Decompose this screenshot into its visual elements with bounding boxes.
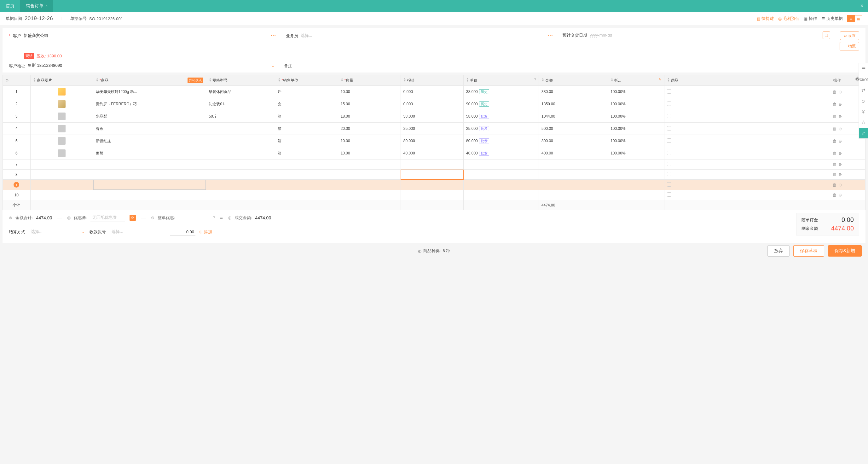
cell-gift[interactable] [664, 147, 809, 159]
eta-input[interactable]: yyyy-mm-dd [590, 33, 612, 37]
edit-icon[interactable]: ✎ [659, 78, 661, 82]
col-product[interactable]: ▲▼*商品扫码录入 [93, 75, 206, 86]
pay-account-select[interactable]: 选择...⋯ [110, 227, 166, 236]
rail-user-icon[interactable]: ☺ [859, 95, 868, 106]
tab-home[interactable]: 首页 [0, 0, 20, 12]
rail-exchange-icon[interactable]: ⇄ [859, 85, 868, 95]
save-draft-button[interactable]: 保存草稿 [793, 245, 824, 256]
doc-date[interactable]: 2019-12-26 [25, 16, 53, 22]
delete-icon[interactable]: 🗑 [832, 126, 836, 131]
cell-discount[interactable]: 100.00% [608, 123, 664, 135]
cell-product[interactable]: 新疆红提 [93, 135, 206, 147]
copy-icon[interactable]: ⊕ [838, 102, 842, 106]
cell-spec[interactable] [206, 147, 275, 159]
more-icon[interactable]: ••• [548, 34, 554, 37]
cell-spec[interactable] [206, 135, 275, 147]
cell-quote[interactable]: 0.000 [401, 86, 463, 98]
cell-qty[interactable]: 20.00 [338, 123, 401, 135]
cell-price[interactable]: 38.000历史 [464, 86, 539, 98]
ops-link[interactable]: ▦操作 [804, 16, 817, 22]
checkbox[interactable] [667, 192, 671, 197]
copy-icon[interactable]: ⊕ [838, 183, 842, 187]
cell-unit[interactable]: 箱 [275, 110, 338, 123]
rail-star-icon[interactable]: ☆ [859, 117, 868, 128]
pay-amount-input[interactable]: 0.00 [170, 228, 195, 236]
cell-gift[interactable] [664, 86, 809, 98]
rail-expand-icon[interactable]: ⤢ [859, 128, 868, 138]
tabbar-close-icon[interactable]: × [860, 2, 864, 9]
copy-icon[interactable]: ⊕ [838, 162, 842, 167]
cell-unit[interactable]: 箱 [275, 123, 338, 135]
cell-quote[interactable]: 80.000 [401, 135, 463, 147]
cell-discount[interactable]: 100.00% [608, 86, 664, 98]
gross-profit-link[interactable]: ◎毛利预估 [778, 16, 799, 22]
coupon-input[interactable]: 无匹配优惠券 [90, 213, 125, 222]
col-qty[interactable]: ▲▼*数量 [338, 75, 401, 86]
help-icon[interactable]: ? [534, 78, 536, 82]
checkbox[interactable] [667, 162, 671, 166]
salesperson-select[interactable]: 选择... [301, 33, 312, 38]
cell-qty[interactable]: 10.00 [338, 86, 401, 98]
cell-amount[interactable]: 500.00 [539, 123, 608, 135]
copy-icon[interactable]: ⊕ [838, 126, 842, 131]
cell-quote[interactable]: 25.000 [401, 123, 463, 135]
col-img[interactable]: ▲▼商品图片 [30, 75, 93, 86]
scan-button[interactable]: 扫码录入 [188, 78, 203, 83]
cell-img[interactable] [30, 123, 93, 135]
cell-price[interactable]: 40.000批发 [464, 147, 539, 159]
copy-icon[interactable]: ⊕ [838, 172, 842, 177]
delete-icon[interactable]: 🗑 [832, 172, 836, 177]
cell-img[interactable] [30, 147, 93, 159]
checkbox[interactable] [667, 101, 671, 106]
cell-discount[interactable]: 100.00% [608, 98, 664, 110]
cell-amount[interactable]: 1044.00 [539, 110, 608, 123]
copy-icon[interactable]: ⊕ [838, 90, 842, 94]
cell-product[interactable]: 费列罗（FERRERO）巧... [93, 98, 206, 110]
customer-value[interactable]: 新盛商贸公司 [24, 33, 48, 38]
cell-qty[interactable]: 18.00 [338, 110, 401, 123]
history-link[interactable]: ☰历史单据 [822, 16, 843, 22]
checkbox[interactable] [667, 138, 671, 143]
delete-icon[interactable]: 🗑 [832, 114, 836, 119]
cell-img[interactable] [30, 86, 93, 98]
cell-price[interactable]: 80.000批发 [464, 135, 539, 147]
delete-icon[interactable]: 🗑 [832, 162, 836, 167]
cell-img[interactable] [30, 110, 93, 123]
more-icon[interactable]: ••• [271, 34, 276, 37]
col-gift[interactable]: ▲▼赠品 [664, 75, 809, 86]
cell-spec[interactable] [206, 123, 275, 135]
col-quote[interactable]: ▲▼报价 [401, 75, 463, 86]
checkbox[interactable] [667, 89, 671, 94]
cell-gift[interactable] [664, 110, 809, 123]
delete-icon[interactable]: 🗑 [832, 151, 836, 156]
cell-quote[interactable]: 58.000 [401, 110, 463, 123]
cell-discount[interactable]: 100.00% [608, 147, 664, 159]
view-grid-icon[interactable]: ▦ [855, 15, 862, 22]
checkbox[interactable] [667, 126, 671, 130]
cell-product[interactable] [93, 180, 206, 190]
rail-doc-icon[interactable]: ☰ [859, 63, 868, 74]
pay-method-select[interactable]: 选择...⌄ [29, 227, 86, 236]
rail-attach-icon[interactable]: �ското [859, 74, 868, 85]
col-amount[interactable]: ▲▼金额 [539, 75, 608, 86]
cell-amount[interactable]: 400.00 [539, 147, 608, 159]
cell-gift[interactable] [664, 135, 809, 147]
calendar-icon[interactable]: ☐ [57, 16, 61, 22]
cell-quote[interactable] [401, 159, 463, 169]
cell-qty[interactable]: 10.00 [338, 147, 401, 159]
rail-money-icon[interactable]: ¥ [859, 106, 868, 117]
add-payment-button[interactable]: ⊕添加 [199, 229, 212, 235]
cell-spec[interactable]: 早餐休闲食品 [206, 86, 275, 98]
col-price[interactable]: ▲▼单价? [464, 75, 539, 86]
cell-quote[interactable]: 40.000 [401, 147, 463, 159]
delete-icon[interactable]: 🗑 [832, 193, 836, 197]
delete-icon[interactable]: 🗑 [832, 183, 836, 187]
cell-price[interactable]: 90.000历史 [464, 98, 539, 110]
refresh-icon[interactable]: ⟳ [129, 215, 136, 221]
cell-amount[interactable]: 1350.00 [539, 98, 608, 110]
col-unit[interactable]: ▲▼*销售单位 [275, 75, 338, 86]
cell-quote[interactable]: 0.000 [401, 98, 463, 110]
cell-price[interactable]: 25.000批发 [464, 123, 539, 135]
logistics-button[interactable]: ＋物流 [840, 42, 859, 51]
delete-icon[interactable]: 🗑 [832, 139, 836, 144]
